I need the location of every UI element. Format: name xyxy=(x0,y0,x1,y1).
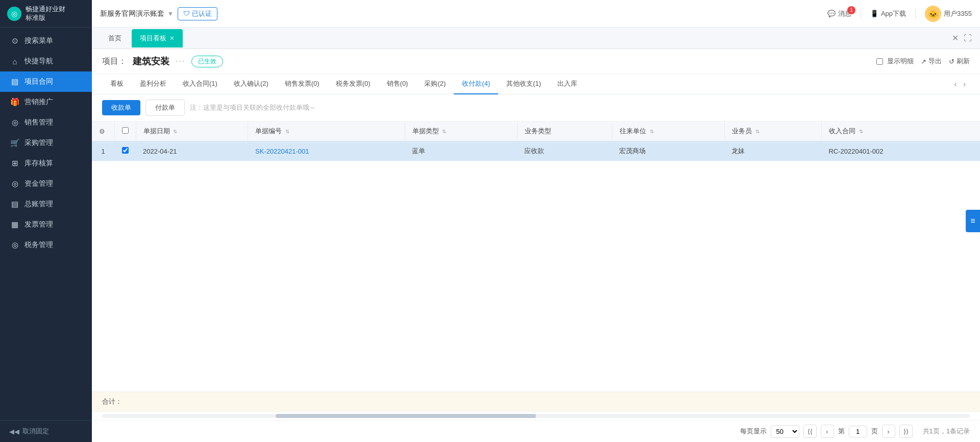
prev-page-button[interactable]: ‹ xyxy=(821,425,834,438)
subtab-sales-invoice[interactable]: 销售发票(0) xyxy=(277,74,328,94)
user-menu[interactable]: 🐱 用户3355 xyxy=(925,6,972,22)
window-controls: ✕ ⛶ xyxy=(952,33,972,43)
sidebar-item-inventory[interactable]: ⊞ 库存核算 xyxy=(0,153,92,174)
sidebar-item-label: 库存核算 xyxy=(24,159,53,168)
sidebar: ◎ 畅捷通好业财 标准版 ⊙ 搜索菜单 ⌂ 快捷导航 ▤ 项目合同 🎁 营销推广… xyxy=(0,0,92,442)
th-number-label: 单据编号 xyxy=(255,127,282,135)
message-button[interactable]: 💬 消息 1 xyxy=(827,9,851,18)
row-select-checkbox[interactable] xyxy=(122,147,129,154)
row-checkbox[interactable] xyxy=(114,141,136,161)
th-partner-label: 往来单位 xyxy=(620,127,646,135)
divider xyxy=(861,9,861,19)
payment-tab-button[interactable]: 付款单 xyxy=(145,100,185,116)
th-checkbox[interactable] xyxy=(114,121,136,141)
tab-home[interactable]: 首页 xyxy=(100,29,130,47)
sidebar-unpin-button[interactable]: ◀◀ 取消固定 xyxy=(0,420,92,442)
sidebar-item-purchase-mgmt[interactable]: 🛒 采购管理 xyxy=(0,133,92,153)
app-edition: 标准版 xyxy=(26,14,65,22)
th-settings[interactable]: ⚙ xyxy=(92,121,114,141)
account-name: 新服务官网演示账套 xyxy=(100,9,164,18)
row-biz-type: 应收款 xyxy=(517,141,612,161)
table-row[interactable]: 1 2022-04-21 SK-20220421-001 蓝单 应收款 宏茂商场… xyxy=(92,141,980,161)
window-maximize-icon[interactable]: ⛶ xyxy=(964,34,972,43)
sidebar-item-ledger[interactable]: ▤ 总账管理 xyxy=(0,194,92,214)
account-selector[interactable]: 新服务官网演示账套 ▼ xyxy=(100,9,174,18)
shield-icon: 🛡 xyxy=(183,10,190,17)
tab-close-icon[interactable]: ✕ xyxy=(169,35,175,42)
project-title: 建筑安装 xyxy=(133,55,169,67)
column-settings-icon[interactable]: ⚙ xyxy=(99,128,105,135)
subtab-other-expense[interactable]: 其他收支(1) xyxy=(498,74,549,94)
sort-icon[interactable]: ⇅ xyxy=(650,129,654,134)
scrollbar-thumb[interactable] xyxy=(276,414,536,418)
sidebar-item-label: 搜索菜单 xyxy=(24,36,53,45)
subtab-sales[interactable]: 销售(0) xyxy=(379,74,416,94)
sort-icon[interactable]: ⇅ xyxy=(442,129,446,134)
divider2 xyxy=(915,9,916,19)
sidebar-item-sales-mgmt[interactable]: ◎ 销售管理 xyxy=(0,112,92,133)
refresh-icon: ↺ xyxy=(949,58,954,65)
subtab-board[interactable]: 看板 xyxy=(102,74,132,94)
tab-project-board[interactable]: 项目看板 ✕ xyxy=(132,29,183,47)
sidebar-item-search[interactable]: ⊙ 搜索菜单 xyxy=(0,31,92,51)
receipt-tab-button[interactable]: 收款单 xyxy=(102,100,140,115)
row-number-link[interactable]: SK-20220421-001 xyxy=(255,148,309,155)
topbar-left: 新服务官网演示账套 ▼ 🛡 已认证 xyxy=(100,7,217,20)
next-page-button[interactable]: › xyxy=(882,425,895,438)
quick-panel-button[interactable]: ≡ xyxy=(966,210,980,232)
subtab-receipt[interactable]: 收付款(4) xyxy=(454,74,498,94)
subtab-scroll-left-icon[interactable]: ‹ xyxy=(952,78,959,91)
sort-icon[interactable]: ⇅ xyxy=(755,129,760,134)
project-more-icon[interactable]: ··· xyxy=(176,57,185,66)
invoice-icon: ▦ xyxy=(9,220,20,229)
topbar-right: 💬 消息 1 📱 App下载 🐱 用户3355 xyxy=(827,6,972,22)
sidebar-item-quick-nav[interactable]: ⌂ 快捷导航 xyxy=(0,51,92,71)
subtab-income-contract[interactable]: 收入合同(1) xyxy=(175,74,226,94)
sidebar-item-marketing[interactable]: 🎁 营销推广 xyxy=(0,92,92,112)
first-page-button[interactable]: ⟨⟨ xyxy=(803,425,817,438)
finance-icon: ◎ xyxy=(9,179,20,188)
show-detail-label: 显示明细 xyxy=(887,57,914,66)
show-detail-checkbox[interactable] xyxy=(876,58,883,65)
subtab-tax-invoice[interactable]: 税务发票(0) xyxy=(328,74,379,94)
user-label: 用户3355 xyxy=(944,9,972,18)
subtab-income-confirm[interactable]: 收入确认(2) xyxy=(226,74,277,94)
sidebar-item-label: 快捷导航 xyxy=(24,57,53,66)
project-label: 项目： xyxy=(102,56,127,67)
row-type: 蓝单 xyxy=(405,141,517,161)
sidebar-item-label: 税务管理 xyxy=(24,240,53,250)
sidebar-item-invoice[interactable]: ▦ 发票管理 xyxy=(0,214,92,235)
th-partner: 往来单位 ⇅ xyxy=(612,121,724,141)
th-date: 单据日期 ⇅ xyxy=(136,121,248,141)
subtab-scroll-right-icon[interactable]: › xyxy=(961,78,968,91)
sidebar-item-project-contract[interactable]: ▤ 项目合同 xyxy=(0,71,92,92)
last-page-button[interactable]: ⟩⟩ xyxy=(899,425,913,438)
export-label: 导出 xyxy=(928,57,942,66)
subtab-purchase[interactable]: 采购(2) xyxy=(416,74,454,94)
sort-icon[interactable]: ⇅ xyxy=(285,129,289,134)
search-menu-icon: ⊙ xyxy=(9,36,20,45)
sidebar-item-label: 发票管理 xyxy=(24,220,53,229)
unpin-icon: ◀◀ xyxy=(9,428,19,435)
select-all-checkbox[interactable] xyxy=(122,127,129,134)
filter-row: 收款单 付款单 注：这里是与项目关联的全部收付款单哦～ xyxy=(92,94,980,121)
th-type-label: 单据类型 xyxy=(412,127,439,135)
subtab-in-out[interactable]: 出入库 xyxy=(549,74,585,94)
sidebar-item-tax[interactable]: ◎ 税务管理 xyxy=(0,235,92,255)
sidebar-item-finance[interactable]: ◎ 资金管理 xyxy=(0,174,92,194)
tab-home-label: 首页 xyxy=(108,34,121,43)
window-close-icon[interactable]: ✕ xyxy=(952,33,959,43)
app-download-button[interactable]: 📱 App下载 xyxy=(870,9,906,18)
sort-icon[interactable]: ⇅ xyxy=(173,129,177,134)
page-size-select[interactable]: 50 100 200 xyxy=(771,425,799,438)
horizontal-scrollbar[interactable] xyxy=(102,414,970,418)
page-label-prefix: 第 xyxy=(838,427,845,436)
marketing-icon: 🎁 xyxy=(9,97,20,107)
refresh-button[interactable]: ↺ 刷新 xyxy=(949,57,970,66)
export-button[interactable]: ↗ 导出 xyxy=(921,57,942,66)
sort-icon[interactable]: ⇅ xyxy=(859,129,863,134)
subtab-profit[interactable]: 盈利分析 xyxy=(132,74,175,94)
subtabs: 看板 盈利分析 收入合同(1) 收入确认(2) 销售发票(0) 税务发票(0) … xyxy=(92,74,980,94)
show-detail-button[interactable]: 显示明细 xyxy=(876,57,914,66)
current-page-input[interactable] xyxy=(849,426,867,437)
